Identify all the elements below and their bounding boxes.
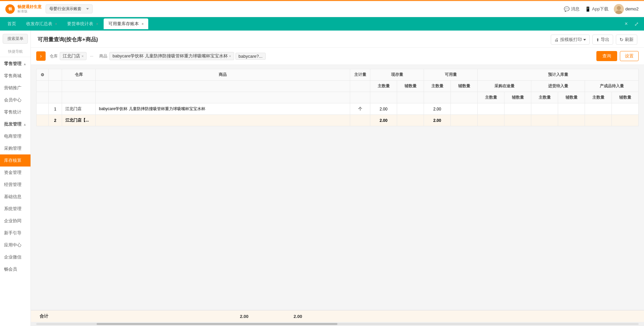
top-bar: 畅 畅捷通好生意 标准版 母婴行业演示账套 消息 App下载 demo2 <box>0 1 644 17</box>
th-empty-2 <box>49 81 62 92</box>
window-close-btn[interactable]: × <box>623 20 630 28</box>
row1-available-main: 2.00 <box>424 103 451 115</box>
industry-selector[interactable]: 母婴行业演示账套 <box>46 4 93 13</box>
sidebar-item-purchase-mgmt-label: 采购管理 <box>4 145 21 151</box>
th-main-unit: 主计量 <box>350 69 370 81</box>
logo-icon-text: 畅 <box>8 6 12 11</box>
print-chevron-icon <box>583 39 586 41</box>
warehouse-filter-label: 仓库 <box>50 53 58 59</box>
sidebar-item-app-center[interactable]: 应用中心 <box>0 239 31 251</box>
sidebar-search-btn[interactable]: 搜索菜单 <box>3 34 28 44</box>
page-title: 可用量查询(按仓库+商品) <box>38 36 98 43</box>
sidebar-item-inventory-check[interactable]: 库存核算 <box>0 154 31 167</box>
user-profile[interactable]: demo2 <box>614 4 639 14</box>
table-row: 1 江北门店 babycare学饮杯 儿童防摔防撞吸管杯重力球吸嘴杯宝宝水杯 个… <box>37 103 639 115</box>
chat-icon <box>564 6 570 12</box>
row2-unit <box>350 115 370 126</box>
sidebar-item-basic-info[interactable]: 基础信息 <box>0 191 31 203</box>
tab-receive-summary-close[interactable]: × <box>55 22 57 26</box>
th-incoming: 进货待入量 <box>531 81 585 92</box>
sidebar-item-new-guide-label: 新手引导 <box>4 230 21 236</box>
row2-current-main: 2.00 <box>370 115 397 126</box>
export-btn[interactable]: 导出 <box>592 35 613 45</box>
warehouse-filter-more[interactable]: ··· <box>88 53 95 59</box>
app-download-action[interactable]: App下载 <box>585 6 608 12</box>
sidebar-item-finance-mgmt-label: 资金管理 <box>4 170 21 176</box>
print-label: 按模板打印 <box>560 37 582 43</box>
footer-empty-4 <box>211 314 231 319</box>
main-layout: 搜索菜单 快捷导航 零售管理 ▲ 零售商城 营销推广 会员中心 零售统计 批发管 <box>0 31 644 326</box>
sidebar-item-enterprise-collab[interactable]: 企业协同 <box>0 215 31 227</box>
sidebar-item-member-center[interactable]: 会员中心 <box>0 94 31 106</box>
th-empty-3 <box>62 81 96 92</box>
content-area: 可用量查询(按仓库+商品) 按模板打印 导出 刷新 › <box>31 31 644 326</box>
message-action[interactable]: 消息 <box>564 6 580 12</box>
sidebar-item-retail-mall-label: 零售商城 <box>4 73 21 79</box>
sidebar-item-ecommerce-mgmt[interactable]: 电商管理 <box>0 130 31 142</box>
sidebar-item-retail-mgmt[interactable]: 零售管理 ▲ <box>0 58 31 70</box>
tab-available-stock-close[interactable]: × <box>142 22 144 26</box>
refresh-btn[interactable]: 刷新 <box>616 35 637 45</box>
row2-inc-aux <box>558 115 585 126</box>
product-tag-text-1: babycare?... <box>238 54 263 59</box>
sidebar-item-marketing[interactable]: 营销推广 <box>0 82 31 94</box>
tab-order-stats[interactable]: 要货单统计表 × <box>62 18 103 29</box>
sidebar-item-purchase-mgmt[interactable]: 采购管理 <box>0 142 31 154</box>
th-available-main-qty: 主数量 <box>424 81 451 92</box>
sidebar-item-wholesale-mgmt-label: 批发管理 <box>4 121 21 127</box>
th-empty-a <box>37 92 49 103</box>
sidebar-item-vip-member[interactable]: 畅会员 <box>0 263 31 275</box>
scroll-thumb[interactable] <box>97 323 337 325</box>
sidebar-item-retail-stats[interactable]: 零售统计 <box>0 106 31 118</box>
logo-subtitle: 标准版 <box>17 9 42 13</box>
sidebar-item-operation-mgmt[interactable]: 经营管理 <box>0 179 31 191</box>
tab-available-stock[interactable]: 可用量库存账本 × <box>104 18 148 29</box>
horizontal-scrollbar[interactable] <box>31 322 644 326</box>
th-empty-i <box>451 92 478 103</box>
row1-prod-aux <box>612 103 639 115</box>
sidebar-item-system-mgmt-label: 系统管理 <box>4 206 21 212</box>
sidebar-item-new-guide[interactable]: 新手引导 <box>0 227 31 239</box>
row2-pur-main <box>478 115 504 126</box>
footer-empty-2 <box>83 314 117 319</box>
sidebar-item-finance-mgmt[interactable]: 资金管理 <box>0 167 31 179</box>
row1-pur-main <box>478 103 504 115</box>
sidebar-item-enterprise-wechat-label: 企业微信 <box>4 254 21 260</box>
th-current-main-qty: 主数量 <box>370 81 397 92</box>
sidebar-item-wholesale-mgmt[interactable]: 批发管理 ▲ <box>0 118 31 130</box>
sidebar-search: 搜索菜单 <box>0 31 31 46</box>
tab-order-stats-close[interactable]: × <box>96 22 98 26</box>
sidebar: 搜索菜单 快捷导航 零售管理 ▲ 零售商城 营销推广 会员中心 零售统计 批发管 <box>0 31 31 326</box>
th-seq <box>49 69 62 81</box>
row1-current-main: 2.00 <box>370 103 397 115</box>
warehouse-tag-close[interactable]: × <box>82 54 84 58</box>
logo-text: 畅捷通好生意 标准版 <box>17 4 42 13</box>
th-purchasing-aux: 辅数量 <box>504 92 531 103</box>
sidebar-item-app-center-label: 应用中心 <box>4 242 21 248</box>
filter-toggle-btn[interactable]: › <box>36 51 46 61</box>
row2-warehouse: 江北门店【... <box>62 115 96 126</box>
sidebar-item-system-mgmt[interactable]: 系统管理 <box>0 203 31 215</box>
product-tag-0-close[interactable]: × <box>229 54 231 58</box>
sidebar-item-enterprise-wechat[interactable]: 企业微信 <box>0 251 31 263</box>
th-available-qty: 可用量 <box>424 69 478 81</box>
window-maximize-btn[interactable]: ⤢ <box>633 20 640 28</box>
sidebar-item-inventory-check-label: 库存核算 <box>4 157 21 164</box>
settings-btn[interactable]: 设置 <box>620 51 639 61</box>
warehouse-tag-0[interactable]: 江北门店 × <box>60 52 87 60</box>
th-empty-b <box>49 92 62 103</box>
th-settings[interactable]: ⚙ <box>37 69 49 81</box>
print-btn[interactable]: 按模板打印 <box>551 35 590 45</box>
product-tag-1[interactable]: babycare?... <box>235 53 266 60</box>
footer-empty-1 <box>63 314 83 319</box>
query-btn[interactable]: 查询 <box>596 51 617 61</box>
sidebar-item-retail-mall[interactable]: 零售商城 <box>0 70 31 82</box>
tab-available-stock-label: 可用量库存账本 <box>108 21 139 27</box>
row2-pur-aux <box>504 115 531 126</box>
tab-home[interactable]: 首页 <box>3 18 21 29</box>
tab-receive-summary[interactable]: 收发存汇总表 × <box>21 18 62 29</box>
export-label: 导出 <box>601 37 609 43</box>
product-tag-0[interactable]: babycare学饮杯 儿童防摔防撞吸管杯重力球吸嘴杯宝宝水杯 × <box>109 52 234 60</box>
row2-available-main: 2.00 <box>424 115 451 126</box>
quick-nav-text[interactable]: 快捷导航 <box>3 48 28 55</box>
